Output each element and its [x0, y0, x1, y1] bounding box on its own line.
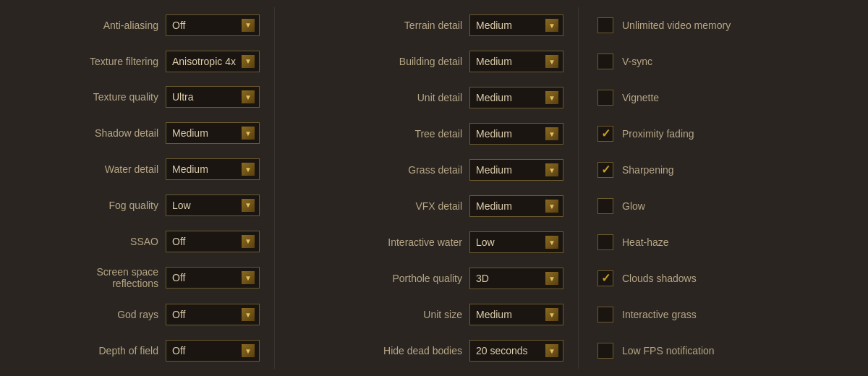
dropdown-arrow-icon: ▼ — [242, 199, 255, 212]
checkbox[interactable] — [597, 54, 613, 69]
checkbox-row: Vignette — [586, 85, 846, 110]
setting-label: Texture filtering — [72, 56, 158, 67]
dropdown-arrow-icon: ▼ — [545, 308, 558, 321]
setting-label: Grass detail — [368, 164, 462, 176]
setting-row: Terrain detailMedium▼ — [282, 12, 571, 39]
mid-column: Terrain detailMedium▼Building detailMedi… — [275, 7, 579, 369]
dropdown-arrow-icon: ▼ — [545, 236, 558, 249]
setting-label: Terrain detail — [368, 20, 462, 31]
setting-row: Fog qualityLow▼ — [7, 192, 267, 219]
checkbox[interactable] — [597, 198, 613, 214]
checkbox[interactable] — [597, 90, 613, 106]
dropdown-arrow-icon: ▼ — [242, 55, 255, 68]
dropdown-god-rays[interactable]: Off▼ — [166, 304, 260, 325]
setting-label: Fog quality — [72, 200, 158, 211]
dropdown-arrow-icon: ▼ — [242, 127, 255, 140]
setting-row: Porthole quality3D▼ — [282, 265, 571, 292]
dropdown-depth-of-field[interactable]: Off▼ — [166, 340, 260, 362]
dropdown-arrow-icon: ▼ — [545, 127, 558, 140]
dropdown-arrow-icon: ▼ — [242, 271, 255, 284]
checkbox-row: Interactive grass — [586, 302, 846, 327]
setting-row: Building detailMedium▼ — [282, 48, 571, 75]
dropdown-value: Medium — [476, 164, 512, 176]
checkbox-label: Low FPS notification — [622, 345, 715, 356]
dropdown-ssao[interactable]: Off▼ — [166, 231, 260, 252]
dropdown-texture-filtering[interactable]: Anisotropic 4x▼ — [166, 51, 260, 72]
checkbox[interactable]: ✓ — [597, 270, 613, 286]
setting-row: Grass detailMedium▼ — [282, 156, 571, 184]
setting-label: Porthole quality — [368, 273, 462, 284]
dropdown-arrow-icon: ▼ — [242, 19, 255, 32]
dropdown-hide-dead-bodies[interactable]: 20 seconds▼ — [469, 340, 563, 362]
dropdown-value: 20 seconds — [476, 345, 528, 356]
dropdown-value: Off — [172, 309, 185, 320]
dropdown-arrow-icon: ▼ — [545, 19, 558, 32]
dropdown-value: Medium — [476, 309, 512, 320]
checkbox-row: ✓Proximity fading — [586, 121, 846, 146]
right-column: Unlimited video memoryV-syncVignette✓Pro… — [579, 7, 854, 369]
dropdown-arrow-icon: ▼ — [242, 344, 255, 357]
dropdown-unit-detail[interactable]: Medium▼ — [469, 87, 563, 108]
dropdown-arrow-icon: ▼ — [545, 344, 558, 357]
checkbox-label: Vignette — [622, 92, 659, 103]
dropdown-value: Off — [172, 345, 185, 356]
setting-label: Building detail — [368, 56, 462, 67]
checkbox[interactable]: ✓ — [597, 126, 613, 142]
checkbox[interactable] — [597, 343, 613, 359]
dropdown-vfx-detail[interactable]: Medium▼ — [469, 195, 563, 217]
dropdown-grass-detail[interactable]: Medium▼ — [469, 159, 563, 181]
checkbox-label: Clouds shadows — [622, 273, 697, 284]
dropdown-arrow-icon: ▼ — [545, 55, 558, 68]
dropdown-value: Medium — [476, 92, 512, 103]
setting-row: Hide dead bodies20 seconds▼ — [282, 337, 571, 364]
setting-row: Anti-aliasingOff▼ — [7, 12, 267, 39]
dropdown-water-detail[interactable]: Medium▼ — [166, 158, 260, 180]
dropdown-unit-size[interactable]: Medium▼ — [469, 304, 563, 325]
setting-row: God raysOff▼ — [7, 301, 267, 328]
dropdown-fog-quality[interactable]: Low▼ — [166, 195, 260, 216]
dropdown-anti-aliasing[interactable]: Off▼ — [166, 14, 260, 36]
dropdown-terrain-detail[interactable]: Medium▼ — [469, 14, 563, 36]
checkbox-label: Glow — [622, 200, 645, 212]
dropdown-tree-detail[interactable]: Medium▼ — [469, 123, 563, 145]
checkbox-label: Proximity fading — [622, 128, 694, 140]
setting-label: Screen space reflections — [72, 266, 158, 289]
dropdown-screen-space-reflections[interactable]: Off▼ — [166, 267, 260, 289]
setting-row: Tree detailMedium▼ — [282, 120, 571, 148]
setting-label: Unit detail — [368, 92, 462, 103]
dropdown-building-detail[interactable]: Medium▼ — [469, 51, 563, 72]
setting-row: Shadow detailMedium▼ — [7, 119, 267, 147]
checkbox-row: Heat-haze — [586, 230, 846, 255]
checkbox-row: Unlimited video memory — [586, 13, 846, 38]
checkbox[interactable]: ✓ — [597, 162, 613, 178]
setting-label: SSAO — [72, 236, 158, 247]
checkbox[interactable] — [597, 17, 613, 33]
dropdown-shadow-detail[interactable]: Medium▼ — [166, 122, 260, 144]
setting-label: VFX detail — [368, 200, 462, 212]
setting-row: Unit detailMedium▼ — [282, 84, 571, 111]
checkmark-icon: ✓ — [601, 273, 610, 284]
setting-label: Water detail — [72, 163, 158, 175]
setting-label: Anti-aliasing — [72, 20, 158, 31]
dropdown-value: Off — [172, 20, 185, 31]
checkbox-label: V-sync — [622, 56, 652, 67]
setting-row: Depth of fieldOff▼ — [7, 337, 267, 364]
setting-row: Water detailMedium▼ — [7, 155, 267, 183]
dropdown-interactive-water[interactable]: Low▼ — [469, 231, 563, 253]
setting-label: Tree detail — [368, 128, 462, 140]
checkbox[interactable] — [597, 307, 613, 322]
dropdown-texture-quality[interactable]: Ultra▼ — [166, 86, 260, 108]
dropdown-arrow-icon: ▼ — [545, 200, 558, 213]
setting-row: Interactive waterLow▼ — [282, 228, 571, 256]
checkbox-row: V-sync — [586, 49, 846, 74]
checkbox[interactable] — [597, 234, 613, 250]
setting-row: Texture qualityUltra▼ — [7, 83, 267, 111]
dropdown-arrow-icon: ▼ — [242, 235, 255, 248]
dropdown-porthole-quality[interactable]: 3D▼ — [469, 268, 563, 289]
checkbox-label: Interactive grass — [622, 309, 697, 320]
dropdown-value: Medium — [476, 200, 512, 212]
checkbox-label: Sharpening — [622, 164, 674, 176]
setting-row: VFX detailMedium▼ — [282, 192, 571, 220]
dropdown-arrow-icon: ▼ — [545, 91, 558, 104]
setting-label: God rays — [72, 309, 158, 320]
